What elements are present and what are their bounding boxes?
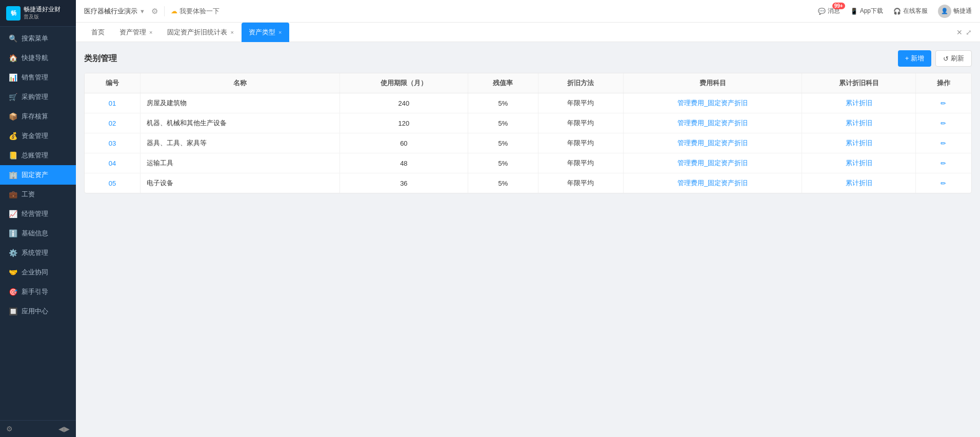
tab-asset-type[interactable]: 资产类型× (242, 23, 289, 42)
edit-icon[interactable]: ✏ (941, 160, 946, 167)
quicknav-icon: 🏠 (8, 53, 17, 63)
system-icon: ⚙️ (8, 248, 17, 257)
search-icon: 🔍 (8, 34, 17, 43)
sidebar-item-label: 新手引导 (22, 287, 48, 296)
sidebar-item-label: 快捷导航 (22, 53, 48, 63)
sidebar-item-label: 销售管理 (22, 73, 48, 82)
cell-accumulated-subject: 累计折旧 (802, 93, 915, 113)
sidebar-item-inventory[interactable]: 📦 库存核算 (0, 107, 76, 126)
cell-action: ✏ (915, 133, 971, 153)
sidebar-item-search[interactable]: 🔍 搜索菜单 (0, 29, 76, 48)
sidebar-item-enterprise[interactable]: 🤝 企业协同 (0, 263, 76, 282)
table-row: 02 机器、机械和其他生产设备 120 5% 年限平均 管理费用_固定资产折旧 … (85, 113, 971, 133)
salary-icon: 💼 (8, 190, 17, 199)
close-window-icon[interactable]: ✕ (956, 28, 963, 36)
sidebar-item-label: 应用中心 (22, 307, 48, 316)
tab-close-icon[interactable]: × (230, 29, 233, 35)
basic-info-icon: ℹ️ (8, 229, 17, 238)
cell-period: 36 (340, 173, 468, 193)
sidebar-item-guide[interactable]: 🎯 新手引导 (0, 282, 76, 302)
window-controls: ✕ ⤢ (956, 28, 972, 36)
tab-asset-mgmt[interactable]: 资产管理× (112, 23, 160, 42)
cell-residual: 5% (468, 173, 538, 193)
col-header: 编号 (85, 73, 141, 93)
sidebar-item-apps[interactable]: 🔲 应用中心 (0, 302, 76, 321)
data-table: 编号名称使用期限（月）残值率折旧方法费用科目累计折旧科目操作 01 房屋及建筑物… (84, 73, 972, 193)
message-badge: 99+ (832, 3, 845, 9)
refresh-icon: ↺ (943, 55, 949, 63)
tab-label: 资产类型 (249, 28, 275, 37)
customer-service-icon: 🎧 (893, 8, 901, 15)
topbar-divider (164, 6, 165, 16)
edit-icon[interactable]: ✏ (941, 180, 946, 187)
content-area: 类别管理 + 新增 ↺ 刷新 编号名称使用期限（月）残值率折旧方法费用科目累计折… (76, 42, 980, 437)
demo-selector[interactable]: 医疗器械行业演示 ▼ (84, 7, 145, 16)
app-download-label: App下载 (860, 7, 883, 15)
tab-close-icon[interactable]: × (149, 29, 152, 35)
sidebar-item-system[interactable]: ⚙️ 系统管理 (0, 243, 76, 263)
experience-label: 我要体验一下 (179, 7, 219, 16)
app-edition: 普及版 (24, 13, 61, 21)
sidebar-item-label: 工资 (22, 190, 35, 199)
page-header: 类别管理 + 新增 ↺ 刷新 (84, 50, 972, 67)
demo-arrow-icon: ▼ (139, 8, 145, 14)
cell-expense-subject: 管理费用_固定资产折旧 (623, 153, 802, 173)
new-button[interactable]: + 新增 (898, 50, 931, 67)
sidebar-item-purchase[interactable]: 🛒 采购管理 (0, 87, 76, 107)
tab-close-icon[interactable]: × (278, 29, 282, 35)
edit-icon[interactable]: ✏ (941, 140, 946, 147)
cell-expense-subject: 管理费用_固定资产折旧 (623, 93, 802, 113)
maximize-window-icon[interactable]: ⤢ (966, 28, 972, 36)
settings-icon[interactable]: ⚙ (6, 425, 13, 433)
cell-method: 年限平均 (538, 133, 624, 153)
app-download-icon: 📱 (850, 8, 858, 15)
topbar-settings-icon[interactable]: ⚙ (151, 7, 158, 16)
sidebar-item-basic-info[interactable]: ℹ️ 基础信息 (0, 224, 76, 243)
cell-name: 运输工具 (141, 153, 340, 173)
edit-icon[interactable]: ✏ (941, 120, 946, 127)
cell-accumulated-subject: 累计折旧 (802, 113, 915, 133)
app-logo: 畅 畅捷通好业财 普及版 (0, 0, 76, 27)
cell-residual: 5% (468, 133, 538, 153)
app-name: 畅捷通好业财 (24, 6, 61, 14)
sidebar-item-finance[interactable]: 💰 资金管理 (0, 126, 76, 146)
finance-icon: 💰 (8, 131, 17, 141)
message-icon: 💬 (818, 8, 826, 15)
sidebar-item-quicknav[interactable]: 🏠 快捷导航 (0, 48, 76, 68)
col-header: 操作 (915, 73, 971, 93)
customer-service-button[interactable]: 🎧 在线客服 (893, 7, 928, 15)
user-profile[interactable]: 👤 畅捷通 (938, 5, 972, 18)
table-row: 04 运输工具 48 5% 年限平均 管理费用_固定资产折旧 累计折旧 ✏ (85, 153, 971, 173)
sidebar-item-fixed-assets[interactable]: 🏢 固定资产 (0, 165, 76, 185)
table-row: 03 器具、工具、家具等 60 5% 年限平均 管理费用_固定资产折旧 累计折旧… (85, 133, 971, 153)
sidebar-item-operations[interactable]: 📈 经营管理 (0, 204, 76, 224)
edit-icon[interactable]: ✏ (941, 100, 946, 107)
message-button[interactable]: 💬 消息 99+ (818, 7, 840, 15)
col-header: 名称 (141, 73, 340, 93)
cell-method: 年限平均 (538, 113, 624, 133)
cell-name: 房屋及建筑物 (141, 93, 340, 113)
collapse-icon[interactable]: ◀▶ (58, 425, 70, 433)
app-download-button[interactable]: 📱 App下载 (850, 7, 883, 15)
sidebar-item-label: 资金管理 (22, 131, 48, 141)
sidebar-item-salary[interactable]: 💼 工资 (0, 185, 76, 204)
page-actions: + 新增 ↺ 刷新 (898, 50, 972, 67)
experience-button[interactable]: ☁ 我要体验一下 (171, 7, 219, 16)
cell-residual: 5% (468, 153, 538, 173)
cell-method: 年限平均 (538, 93, 624, 113)
demo-label: 医疗器械行业演示 (84, 7, 137, 16)
cell-action: ✏ (915, 113, 971, 133)
refresh-button[interactable]: ↺ 刷新 (935, 50, 972, 67)
cell-method: 年限平均 (538, 153, 624, 173)
cell-accumulated-subject: 累计折旧 (802, 173, 915, 193)
sidebar-item-label: 库存核算 (22, 112, 48, 121)
tab-home[interactable]: 首页 (84, 23, 112, 42)
sidebar-item-sales[interactable]: 📊 销售管理 (0, 68, 76, 87)
sidebar-item-label: 采购管理 (22, 92, 48, 102)
tab-depreciation[interactable]: 固定资产折旧统计表× (160, 23, 241, 42)
topbar-right: 💬 消息 99+ 📱 App下载 🎧 在线客服 👤 畅捷通 (818, 5, 972, 18)
col-header: 折旧方法 (538, 73, 624, 93)
cell-action: ✏ (915, 173, 971, 193)
cell-residual: 5% (468, 113, 538, 133)
sidebar-item-ledger[interactable]: 📒 总账管理 (0, 146, 76, 165)
